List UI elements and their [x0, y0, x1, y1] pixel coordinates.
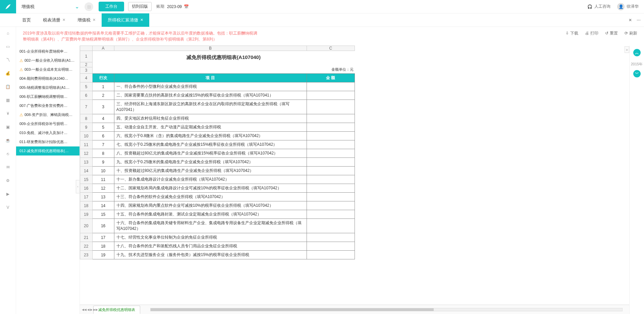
side-item[interactable]: 006-职工薪酬纳税调整明细… — [16, 92, 79, 101]
row-item[interactable]: 十三、符合条件的软件企业减免企业所得税（填写A107042） — [114, 193, 307, 201]
nav-invoice-icon[interactable]: ▭ — [5, 44, 11, 50]
row-item[interactable]: 一、符合条件的小型微利企业减免企业所得税 — [114, 82, 307, 91]
nav-v-icon[interactable]: V — [5, 204, 11, 210]
workbench-button[interactable]: 工作台 — [99, 2, 124, 11]
row-number[interactable]: 10 — [92, 167, 114, 175]
tab-所得税汇算清缴[interactable]: 所得税汇算清缴✕ — [102, 13, 149, 27]
year-scroll-up[interactable]: ︽ — [633, 49, 641, 56]
side-item[interactable]: 009-企业所得税弥补亏损明… — [16, 119, 79, 128]
side-item[interactable]: ⚠008-资产折旧、摊销及纳税… — [16, 110, 79, 119]
row-number[interactable]: 14 — [92, 201, 114, 210]
row-number[interactable]: 11 — [92, 175, 114, 184]
side-item[interactable]: 005-纳税调整项目明细表(A1… — [16, 83, 79, 92]
row-amount[interactable] — [307, 114, 355, 123]
user-menu[interactable]: 👤 徐泽华 — [617, 3, 639, 10]
col-header-a[interactable]: A — [92, 46, 114, 51]
nav-mail-icon[interactable]: ✉ — [5, 164, 11, 170]
sheet-scroll[interactable]: A B C 1 减免所得税优惠明细表(A107040) 2 3 金额单位：元 — [80, 46, 629, 305]
nav-report-icon[interactable]: ▦ — [5, 97, 11, 103]
row-item[interactable]: 二、国家需要重点扶持的高新技术企业减按15%的税率征收企业所得税（填写A1070… — [114, 91, 307, 100]
year-scroll-down[interactable]: ︾ — [633, 70, 641, 77]
row-amount[interactable] — [307, 167, 355, 175]
row-number[interactable]: 8 — [92, 149, 114, 158]
tab-税表清册[interactable]: 税表清册✕ — [37, 13, 71, 27]
row-number[interactable]: 18 — [92, 242, 114, 251]
row-amount[interactable] — [307, 132, 355, 140]
row-number[interactable]: 19 — [92, 251, 114, 259]
row-number[interactable]: 16 — [92, 219, 114, 233]
nav-currency-icon[interactable]: ¥ — [5, 111, 11, 117]
row-item[interactable]: 三、经济特区和上海浦东新区新设立的高新技术企业在区内取得的所得定期减免企业所得税… — [114, 100, 307, 114]
row-item[interactable]: 十、投资额超过80亿元的集成电路生产企业减免企业所得税（填写A107042） — [114, 167, 307, 175]
side-item[interactable]: 010-免税、减计收入及加计… — [16, 128, 79, 137]
period-picker[interactable]: 2023-09 📅 — [167, 4, 189, 9]
collapse-handle[interactable]: ‹ — [76, 180, 80, 193]
row-item[interactable]: 九、线宽小于0.25微米的集成电路生产企业减免企业所得税（填写A107042） — [114, 158, 307, 167]
row-amount[interactable] — [307, 140, 355, 149]
row-number[interactable]: 12 — [92, 184, 114, 193]
close-icon[interactable]: ✕ — [140, 18, 143, 22]
row-item[interactable]: 十八、符合条件的生产和装配伤残人员专门用品企业免征企业所得税 — [114, 242, 307, 251]
row-number[interactable]: 6 — [92, 132, 114, 140]
spreadsheet[interactable]: A B C 1 减免所得税优惠明细表(A107040) 2 3 金额单位：元 — [80, 46, 355, 259]
close-icon[interactable]: ✕ — [62, 18, 65, 22]
tab-增值税[interactable]: 增值税✕ — [71, 13, 102, 27]
side-item[interactable]: 007-广告费和业务宣传费跨… — [16, 101, 79, 110]
nav-next-icon[interactable]: ▶ — [90, 308, 93, 311]
tab-首页[interactable]: 首页 — [16, 13, 37, 27]
side-item[interactable]: ⚠002-一般企业收入明细表(A1… — [16, 56, 79, 65]
row-item[interactable]: 十七、经营性文化事业单位转制为企业的免征企业所得税 — [114, 233, 307, 242]
nav-tax-icon[interactable]: ☕ — [5, 137, 11, 143]
row-number[interactable]: 1 — [92, 82, 114, 91]
print-button[interactable]: 🖨 打印 — [585, 30, 598, 36]
row-amount[interactable] — [307, 82, 355, 91]
row-item[interactable]: 五、动漫企业自主开发、生产动漫产品定期减免企业所得税 — [114, 123, 307, 132]
col-header-b[interactable]: B — [114, 46, 307, 51]
nav-chart-icon[interactable]: 〽 — [5, 57, 11, 63]
nav-prev-icon[interactable]: ◀ — [87, 308, 90, 311]
nav-export-icon[interactable]: ⎋ — [5, 151, 11, 157]
row-amount[interactable] — [307, 149, 355, 158]
row-amount[interactable] — [307, 100, 355, 114]
support-link[interactable]: 🎧 人工咨询 — [587, 4, 610, 9]
row-number[interactable]: 7 — [92, 140, 114, 149]
row-item[interactable]: 六、线宽小于0.8微米（含）的集成电路生产企业减免企业所得税（填写A107042… — [114, 132, 307, 140]
row-item[interactable]: 十二、国家规划布局内集成电路设计企业可减按10%的税率征收企业所得税（填写A10… — [114, 184, 307, 193]
nav-first-icon[interactable]: ◀◀ — [82, 308, 87, 311]
row-amount[interactable] — [307, 158, 355, 167]
row-number[interactable]: 13 — [92, 193, 114, 201]
side-item[interactable]: 001-企业所得税年度纳税申… — [16, 47, 79, 56]
form-list[interactable]: 001-企业所得税年度纳税申…⚠002-一般企业收入明细表(A1…⚠003-一般… — [16, 46, 80, 314]
row-amount[interactable] — [307, 251, 355, 259]
download-button[interactable]: ⇩ 下载 — [566, 30, 578, 36]
row-item[interactable]: 八、投资额超过80亿元的集成电路生产企业减按15%税率征收企业所得税（填写A10… — [114, 149, 307, 158]
row-item[interactable]: 十九、技术先进型服务企业（服务外包类）减按15%的税率征收企业所得税 — [114, 251, 307, 259]
close-all-button[interactable]: ✕ — [629, 18, 632, 22]
reset-button[interactable]: ↺ 重置 — [605, 30, 618, 36]
row-item[interactable]: 四、受灾地区农村信用社免征企业所得税 — [114, 114, 307, 123]
side-item[interactable]: 011-研发费用加计扣除优惠… — [16, 137, 79, 146]
row-item[interactable]: 十六、符合条件的集成电路关键专用材料生产企业、集成电路专用设备生产企业定期减免企… — [114, 219, 307, 233]
side-item[interactable]: 012-减免所得税优惠明细表(… — [16, 146, 79, 155]
close-icon[interactable]: ✕ — [93, 18, 96, 22]
row-amount[interactable] — [307, 219, 355, 233]
row-number[interactable]: 2 — [92, 91, 114, 100]
nav-video-icon[interactable]: ▶ — [5, 191, 11, 197]
expand-handle[interactable]: » — [625, 46, 629, 53]
side-item[interactable]: ⚠003-一般企业成本支出明细… — [16, 65, 79, 74]
row-amount[interactable] — [307, 233, 355, 242]
nav-home-icon[interactable]: ⌂ — [5, 30, 11, 36]
row-amount[interactable] — [307, 91, 355, 100]
row-amount[interactable] — [307, 175, 355, 184]
row-item[interactable]: 十一、新办集成电路设计企业减免企业所得税（填写A107042） — [114, 175, 307, 184]
row-amount[interactable] — [307, 201, 355, 210]
row-amount[interactable] — [307, 184, 355, 193]
row-item[interactable]: 十五、符合条件的集成电路封装、测试企业定期减免企业所得税（填写A107042） — [114, 210, 307, 219]
col-header-c[interactable]: C — [307, 46, 355, 51]
row-amount[interactable] — [307, 193, 355, 201]
nav-settings-icon[interactable]: ⚙ — [5, 178, 11, 184]
horizontal-scrollbar[interactable] — [150, 308, 623, 311]
sheet-tab-active[interactable]: 减免所得税优惠明细表 — [93, 306, 140, 314]
nav-clipboard-icon[interactable]: 📋 — [5, 84, 11, 90]
row-amount[interactable] — [307, 210, 355, 219]
